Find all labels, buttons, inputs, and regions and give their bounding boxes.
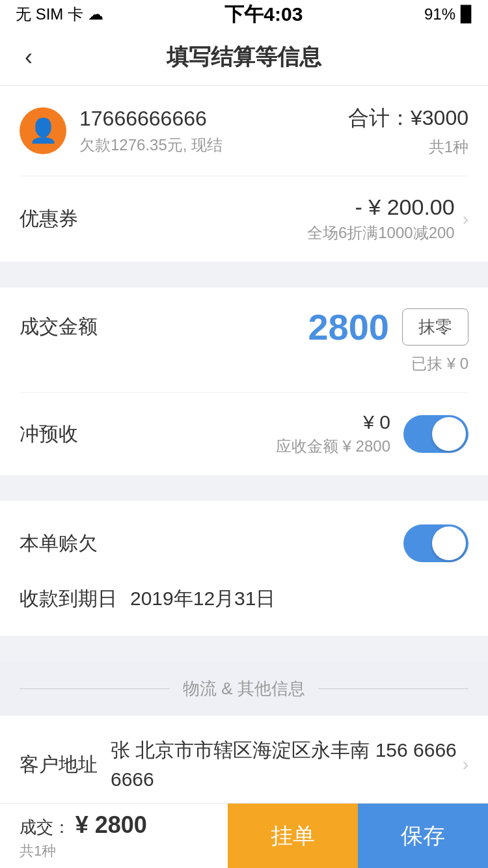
bottom-deal-label: 成交： <box>20 817 70 837</box>
customer-phone: 17666666666 <box>79 107 223 131</box>
precharge-toggle[interactable] <box>403 415 468 453</box>
page-title: 填写结算等信息 <box>167 42 321 72</box>
deal-right: 2800 抹零 <box>308 306 468 348</box>
hold-button[interactable]: 挂单 <box>228 804 358 869</box>
chevron-right-icon: › <box>463 209 468 230</box>
credit-card: 本单赊欠 收款到期日 2019年12月31日 <box>0 501 488 636</box>
logistics-line-right <box>318 688 468 689</box>
save-button-label: 保存 <box>401 821 445 851</box>
status-left: 无 SIM 卡 ☁ <box>16 4 103 25</box>
bottom-count: 共1种 <box>20 841 208 861</box>
coupon-label: 优惠券 <box>20 206 78 232</box>
coupon-row[interactable]: 优惠券 - ¥ 200.00 全场6折满1000减200 › <box>0 176 488 262</box>
customer-debt: 欠款1276.35元, 现结 <box>79 135 223 156</box>
deal-card: 成交金额 2800 抹零 已抹 ¥ 0 冲预收 ¥ 0 应收金额 ¥ 2800 <box>0 288 488 475</box>
coupon-right: - ¥ 200.00 全场6折满1000减200 › <box>307 195 468 243</box>
deal-amount-value: 2800 <box>308 306 389 348</box>
bottom-deal-amount: ¥ 2800 <box>75 811 147 838</box>
customer-card: 👤 17666666666 欠款1276.35元, 现结 合计：¥3000 共1… <box>0 86 488 262</box>
bottom-deal-row: 成交： ¥ 2800 <box>20 811 208 839</box>
credit-label: 本单赊欠 <box>20 530 98 557</box>
customer-left: 👤 17666666666 欠款1276.35元, 现结 <box>20 107 223 156</box>
status-right: 91% ▉ <box>424 5 472 23</box>
address-label: 客户地址 <box>20 752 98 778</box>
precharge-label: 冲预收 <box>20 421 78 448</box>
section-divider-2 <box>0 488 488 501</box>
avatar: 👤 <box>20 107 66 154</box>
logistics-header: 物流 & 其他信息 <box>0 662 488 716</box>
status-bar: 无 SIM 卡 ☁ 下午4:03 91% ▉ <box>0 0 488 29</box>
deal-sub-text: 已抹 ¥ 0 <box>0 348 488 392</box>
back-button[interactable]: ‹ <box>18 37 39 77</box>
address-chevron-icon: › <box>463 754 468 775</box>
precharge-row: 冲预收 ¥ 0 应收金额 ¥ 2800 <box>0 393 488 475</box>
address-value: 张 北京市市辖区海淀区永丰南 156 6666 6666 <box>111 735 463 794</box>
bottom-summary: 成交： ¥ 2800 共1种 <box>0 811 228 861</box>
toggle-knob <box>432 417 466 451</box>
coupon-desc: 全场6折满1000减200 <box>307 223 455 243</box>
nav-bar: ‹ 填写结算等信息 <box>0 29 488 86</box>
duedate-value: 2019年12月31日 <box>130 586 275 612</box>
round-button[interactable]: 抹零 <box>402 308 468 346</box>
customer-row: 👤 17666666666 欠款1276.35元, 现结 合计：¥3000 共1… <box>0 86 488 176</box>
deal-amount-row: 成交金额 2800 抹零 <box>0 288 488 348</box>
avatar-icon: 👤 <box>29 117 58 144</box>
logistics-line-left <box>20 688 170 689</box>
main-content: 👤 17666666666 欠款1276.35元, 现结 合计：¥3000 共1… <box>0 86 488 868</box>
section-divider-3 <box>0 649 488 662</box>
sim-label: 无 SIM 卡 ☁ <box>16 4 103 25</box>
status-time: 下午4:03 <box>224 1 303 28</box>
credit-toggle[interactable] <box>403 524 468 562</box>
battery-label: 91% <box>424 5 455 23</box>
duedate-row: 收款到期日 2019年12月31日 <box>0 586 488 636</box>
precharge-amount: ¥ 0 <box>276 411 390 433</box>
coupon-info: - ¥ 200.00 全场6折满1000减200 <box>307 195 455 243</box>
hold-button-label: 挂单 <box>271 821 315 851</box>
battery-icon: ▉ <box>461 5 472 23</box>
total-count: 共1种 <box>348 137 468 157</box>
customer-info: 17666666666 欠款1276.35元, 现结 <box>79 107 223 156</box>
save-button[interactable]: 保存 <box>358 804 488 869</box>
precharge-receivable: 应收金额 ¥ 2800 <box>276 436 390 457</box>
precharge-right: ¥ 0 应收金额 ¥ 2800 <box>276 411 468 457</box>
customer-total: 合计：¥3000 共1种 <box>348 104 468 157</box>
duedate-label: 收款到期日 <box>20 586 117 612</box>
credit-row: 本单赊欠 <box>0 501 488 586</box>
address-row[interactable]: 客户地址 张 北京市市辖区海淀区永丰南 156 6666 6666 › <box>0 716 488 813</box>
bottom-bar: 成交： ¥ 2800 共1种 挂单 保存 <box>0 803 488 868</box>
deal-label: 成交金额 <box>20 314 98 340</box>
section-divider-1 <box>0 275 488 288</box>
coupon-discount: - ¥ 200.00 <box>307 195 455 220</box>
total-amount: 合计：¥3000 <box>348 104 468 133</box>
precharge-info: ¥ 0 应收金额 ¥ 2800 <box>276 411 390 457</box>
credit-toggle-knob <box>432 526 466 560</box>
logistics-title: 物流 & 其他信息 <box>183 677 305 700</box>
